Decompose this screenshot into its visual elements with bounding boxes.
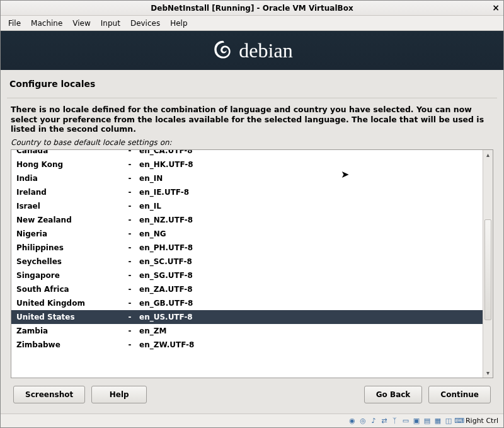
scroll-thumb[interactable] <box>484 219 491 320</box>
menu-help[interactable]: Help <box>170 19 187 28</box>
locale-dash: - <box>120 299 139 308</box>
help-button[interactable]: Help <box>91 386 147 403</box>
locale-code: en_GB.UTF-8 <box>139 299 478 308</box>
locale-row[interactable]: Seychelles-en_SC.UTF-8 <box>11 255 483 269</box>
keyboard-capture-icon: ⌨ <box>455 417 464 425</box>
spacer <box>153 386 358 403</box>
window-title: DebNetInstall [Running] - Oracle VM Virt… <box>151 4 353 13</box>
locale-listbox: Canada-en_CA.UTF-8Hong Kong-en_HK.UTF-8I… <box>11 149 493 378</box>
locale-country: Zambia <box>16 327 120 335</box>
locale-row[interactable]: Canada-en_CA.UTF-8 <box>11 150 483 158</box>
locale-row[interactable]: Israel-en_IL <box>11 199 483 213</box>
locale-country: South Africa <box>16 285 120 294</box>
close-icon[interactable]: × <box>492 3 500 12</box>
locale-code: en_HK.UTF-8 <box>139 160 478 169</box>
locale-country: New Zealand <box>16 216 120 224</box>
locale-dash: - <box>120 202 139 211</box>
locale-row[interactable]: Hong Kong-en_HK.UTF-8 <box>11 158 483 171</box>
locale-code: en_SC.UTF-8 <box>139 257 478 266</box>
locale-country: United Kingdom <box>16 299 120 308</box>
locale-row[interactable]: South Africa-en_ZA.UTF-8 <box>11 282 483 296</box>
locale-code: en_IL <box>139 202 478 211</box>
menu-input[interactable]: Input <box>101 19 120 28</box>
locale-row[interactable]: Zimbabwe-en_ZW.UTF-8 <box>11 338 483 352</box>
shared-folders-icon: ▭ <box>401 417 410 425</box>
locale-code: en_SG.UTF-8 <box>139 271 478 280</box>
locale-country: Singapore <box>16 271 120 280</box>
locale-list[interactable]: Canada-en_CA.UTF-8Hong Kong-en_HK.UTF-8I… <box>11 150 483 378</box>
locale-code: en_NG <box>139 229 478 238</box>
locale-row[interactable]: United States-en_US.UTF-8 <box>11 310 483 324</box>
locale-dash: - <box>120 257 139 266</box>
locale-code: en_ZM <box>139 327 478 335</box>
page-title-bar: Configure locales <box>1 70 503 98</box>
statusbar: ◉ ◎ ♪ ⇄ ᛉ ▭ ▣ ▤ ▦ ◫ ⌨ Right Ctrl <box>1 414 503 427</box>
menu-devices[interactable]: Devices <box>130 19 160 28</box>
continue-button[interactable]: Continue <box>428 386 491 403</box>
screenshot-button[interactable]: Screenshot <box>13 386 85 403</box>
menu-view[interactable]: View <box>72 19 90 28</box>
page-title: Configure locales <box>9 79 495 89</box>
locale-country: United States <box>16 313 120 321</box>
locale-country: Israel <box>16 202 120 211</box>
locale-code: en_IE.UTF-8 <box>139 188 478 197</box>
locale-code: en_PH.UTF-8 <box>139 243 478 252</box>
menu-machine[interactable]: Machine <box>31 19 62 28</box>
locale-dash: - <box>120 327 139 335</box>
locale-dash: - <box>120 188 139 197</box>
locale-row[interactable]: Philippines-en_PH.UTF-8 <box>11 241 483 255</box>
menubar: File Machine View Input Devices Help <box>1 16 503 31</box>
locale-row[interactable]: Ireland-en_IE.UTF-8 <box>11 185 483 199</box>
locale-country: Nigeria <box>16 229 120 238</box>
content-area: There is no locale defined for the combi… <box>1 98 503 414</box>
locale-code: en_ZW.UTF-8 <box>139 340 478 349</box>
locale-dash: - <box>120 216 139 224</box>
locale-code: en_ZA.UTF-8 <box>139 285 478 294</box>
locale-country: Canada <box>16 150 120 155</box>
debian-wordmark: debian <box>239 39 292 62</box>
locale-row[interactable]: Singapore-en_SG.UTF-8 <box>11 269 483 282</box>
locale-dash: - <box>120 150 139 155</box>
locale-row[interactable]: New Zealand-en_NZ.UTF-8 <box>11 213 483 227</box>
locale-dash: - <box>120 271 139 280</box>
locale-dash: - <box>120 313 139 321</box>
locale-code: en_NZ.UTF-8 <box>139 216 478 224</box>
locale-code: en_IN <box>139 174 478 183</box>
locale-row[interactable]: Nigeria-en_NG <box>11 227 483 241</box>
locale-dash: - <box>120 229 139 238</box>
vm-window: DebNetInstall [Running] - Oracle VM Virt… <box>0 0 504 428</box>
content-panel: There is no locale defined for the combi… <box>7 98 497 407</box>
network-icon: ⇄ <box>380 417 389 425</box>
instructions-text: There is no locale defined for the combi… <box>11 105 493 134</box>
debian-logo: debian <box>211 38 292 62</box>
hard-disk-icon: ◉ <box>348 417 357 425</box>
processor-icon: ▦ <box>433 417 442 425</box>
scroll-up-icon[interactable]: ▴ <box>483 150 493 160</box>
go-back-button[interactable]: Go Back <box>364 386 423 403</box>
locale-country: Philippines <box>16 243 120 252</box>
window-titlebar[interactable]: DebNetInstall [Running] - Oracle VM Virt… <box>1 1 503 16</box>
menu-file[interactable]: File <box>8 19 21 28</box>
locale-row[interactable]: India-en_IN <box>11 171 483 185</box>
audio-icon: ♪ <box>369 417 378 425</box>
locale-row[interactable]: Zambia-en_ZM <box>11 324 483 338</box>
locale-dash: - <box>120 160 139 169</box>
scroll-down-icon[interactable]: ▾ <box>483 367 493 378</box>
display-icon: ▣ <box>412 417 421 425</box>
locale-country: India <box>16 174 120 183</box>
locale-country: Seychelles <box>16 257 120 266</box>
subprompt-text: Country to base default locale settings … <box>11 138 493 147</box>
host-key-label: Right Ctrl <box>466 417 498 425</box>
usb-icon: ᛉ <box>391 417 399 425</box>
debian-swirl-icon <box>211 38 235 62</box>
locale-dash: - <box>120 243 139 252</box>
locale-dash: - <box>120 285 139 294</box>
locale-row[interactable]: United Kingdom-en_GB.UTF-8 <box>11 296 483 310</box>
button-row: Screenshot Help Go Back Continue <box>11 386 493 407</box>
scrollbar[interactable]: ▴ ▾ <box>483 150 493 378</box>
locale-dash: - <box>120 340 139 349</box>
locale-dash: - <box>120 174 139 183</box>
locale-code: en_US.UTF-8 <box>139 313 478 321</box>
brand-banner: debian <box>1 31 503 70</box>
recording-icon: ▤ <box>423 417 432 425</box>
